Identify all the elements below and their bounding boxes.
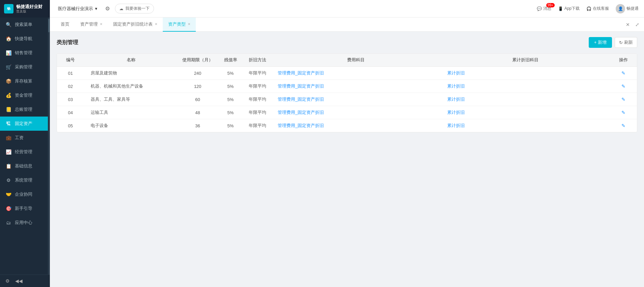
cell-residual: 5% xyxy=(217,106,244,119)
sidebar-item-fixed[interactable]: 🏗 固定资产 xyxy=(0,117,48,131)
topbar-left: 医疗器械行业演示 ▾ ⚙ ☁ 我要体验一下 xyxy=(55,4,533,13)
table-row: 05 电子设备 36 5% 年限平均 管理费用_固定资产折旧 累计折旧 ✎ xyxy=(57,119,637,132)
sidebar-scroll: 🔍 搜索菜单 🏠 快捷导航 📊 销售管理 🛒 采购管理 📦 库存核算 💰 资金管… xyxy=(0,18,48,275)
sidebar-item-search[interactable]: 🔍 搜索菜单 xyxy=(0,18,48,32)
sidebar-item-apps[interactable]: 🗂 应用中心 xyxy=(0,216,48,230)
cell-action[interactable]: ✎ xyxy=(610,93,637,106)
sidebar-label-purchase: 采购管理 xyxy=(15,64,32,70)
nav-icon-guide: 🎯 xyxy=(5,205,11,212)
tab-资产类型[interactable]: 资产类型✕ xyxy=(163,18,196,32)
table-header-cell: 名称 xyxy=(84,54,178,67)
cell-action[interactable]: ✎ xyxy=(610,106,637,119)
nav-icon-salary: 💼 xyxy=(5,135,11,141)
data-table: 编号名称使用期限（月）残值率折旧方法费用科目累计折旧科目操作 01 房屋及建筑物… xyxy=(57,54,637,132)
tab-close-icon[interactable]: ✕ xyxy=(188,22,190,26)
edit-icon[interactable]: ✎ xyxy=(621,70,625,76)
tabbar-wrap: 首页资产管理✕固定资产折旧统计表✕资产类型✕ ✕ ⤢ xyxy=(50,18,644,32)
table-row: 03 器具、工具、家具等 60 5% 年限平均 管理费用_固定资产折旧 累计折旧… xyxy=(57,93,637,106)
tab-label: 固定资产折旧统计表 xyxy=(113,21,153,27)
edit-icon[interactable]: ✎ xyxy=(621,110,625,115)
main-content: 医疗器械行业演示 ▾ ⚙ ☁ 我要体验一下 💬 消息 99+ 📱 App下载 🎧… xyxy=(50,0,644,287)
sidebar-label-sales: 销售管理 xyxy=(15,50,32,56)
sidebar-label-basic: 基础信息 xyxy=(15,163,32,169)
sidebar-label-quicknav: 快捷导航 xyxy=(15,36,32,42)
sidebar-item-collab[interactable]: 🤝 企业协同 xyxy=(0,187,48,201)
tab-资产管理[interactable]: 资产管理✕ xyxy=(75,18,108,32)
topbar-right: 💬 消息 99+ 📱 App下载 🎧 在线客服 👤 畅捷通 xyxy=(537,4,639,13)
user-profile[interactable]: 👤 畅捷通 xyxy=(616,4,639,13)
cell-period: 120 xyxy=(178,80,217,93)
sidebar-item-system[interactable]: ⚙ 系统管理 xyxy=(0,173,48,187)
cell-accumulated: 累计折旧 xyxy=(440,119,610,132)
window-controls: ✕ ⤢ xyxy=(621,18,644,32)
cell-expense: 管理费用_固定资产折旧 xyxy=(271,80,440,93)
cloud-icon: ☁ xyxy=(119,6,123,11)
sidebar-label-guide: 新手引导 xyxy=(15,205,32,212)
cell-name: 运输工具 xyxy=(84,106,178,119)
sidebar-item-salary[interactable]: 💼 工资 xyxy=(0,131,48,145)
company-name: 医疗器械行业演示 xyxy=(58,6,93,12)
sidebar-item-management[interactable]: 📈 经营管理 xyxy=(0,145,48,159)
sidebar-item-basic[interactable]: 📋 基础信息 xyxy=(0,159,48,173)
table-header-cell: 编号 xyxy=(57,54,84,67)
dropdown-icon: ▾ xyxy=(95,6,97,11)
nav-icon-search: 🔍 xyxy=(5,22,11,28)
refresh-icon: ↻ xyxy=(619,40,623,45)
cell-accumulated: 累计折旧 xyxy=(440,106,610,119)
cell-id: 02 xyxy=(57,80,84,93)
edit-icon[interactable]: ✎ xyxy=(621,123,625,128)
table-header-cell: 操作 xyxy=(610,54,637,67)
cell-name: 房屋及建筑物 xyxy=(84,67,178,80)
settings-icon[interactable]: ⚙ xyxy=(5,278,10,284)
collapse-icon[interactable]: ◀◀ xyxy=(15,278,23,284)
page-title: 类别管理 xyxy=(57,39,78,46)
experience-button[interactable]: ☁ 我要体验一下 xyxy=(115,4,154,13)
cell-action[interactable]: ✎ xyxy=(610,119,637,132)
app-download-label: App下载 xyxy=(564,6,580,11)
table-header-cell: 使用期限（月） xyxy=(178,54,217,67)
sidebar-item-inventory[interactable]: 📦 库存核算 xyxy=(0,74,48,88)
tab-首页[interactable]: 首页 xyxy=(55,18,75,32)
nav-icon-collab: 🤝 xyxy=(5,191,11,197)
tab-close-icon[interactable]: ✕ xyxy=(100,22,102,26)
sidebar-footer: ⚙ ◀◀ xyxy=(0,275,50,287)
cell-period: 48 xyxy=(178,106,217,119)
sidebar-item-quicknav[interactable]: 🏠 快捷导航 xyxy=(0,32,48,46)
sidebar-item-sales[interactable]: 📊 销售管理 xyxy=(0,46,48,60)
cell-method: 年限平均 xyxy=(244,119,271,132)
tab-close-icon[interactable]: ✕ xyxy=(155,22,157,26)
online-service-button[interactable]: 🎧 在线客服 xyxy=(586,6,609,11)
tab-固定资产折旧统计表[interactable]: 固定资产折旧统计表✕ xyxy=(108,18,163,32)
nav-icon-inventory: 📦 xyxy=(5,78,11,84)
refresh-button[interactable]: ↻ 刷新 xyxy=(615,37,637,48)
table-row: 01 房屋及建筑物 240 5% 年限平均 管理费用_固定资产折旧 累计折旧 ✎ xyxy=(57,67,637,80)
company-selector[interactable]: 医疗器械行业演示 ▾ xyxy=(55,4,100,13)
nav-icon-quicknav: 🏠 xyxy=(5,36,11,42)
sidebar-item-fund[interactable]: 💰 资金管理 xyxy=(0,88,48,102)
app-download-button[interactable]: 📱 App下载 xyxy=(558,6,580,11)
cell-method: 年限平均 xyxy=(244,93,271,106)
scrollbar-thumb[interactable] xyxy=(48,19,50,32)
close-window-icon[interactable]: ✕ xyxy=(624,21,632,29)
sidebar-label-management: 经营管理 xyxy=(15,149,32,155)
refresh-label: 刷新 xyxy=(624,39,633,45)
edit-icon[interactable]: ✎ xyxy=(621,84,625,89)
cell-method: 年限平均 xyxy=(244,106,271,119)
sidebar-item-purchase[interactable]: 🛒 采购管理 xyxy=(0,60,48,74)
data-table-wrap: 编号名称使用期限（月）残值率折旧方法费用科目累计折旧科目操作 01 房屋及建筑物… xyxy=(57,53,637,132)
sidebar-label-inventory: 库存核算 xyxy=(15,78,32,84)
sidebar-label-salary: 工资 xyxy=(15,135,24,141)
cell-action[interactable]: ✎ xyxy=(610,67,637,80)
cell-action[interactable]: ✎ xyxy=(610,80,637,93)
sidebar-header: 畅 畅捷通好业财 普及版 xyxy=(0,0,50,18)
user-name: 畅捷通 xyxy=(626,6,639,11)
edit-icon[interactable]: ✎ xyxy=(621,97,625,102)
expand-window-icon[interactable]: ⤢ xyxy=(633,21,641,29)
messages-button[interactable]: 💬 消息 99+ xyxy=(537,6,551,11)
sidebar-item-guide[interactable]: 🎯 新手引导 xyxy=(0,201,48,216)
new-button[interactable]: + 新增 xyxy=(589,37,612,48)
tab-label: 资产类型 xyxy=(168,21,186,27)
topbar-settings-icon[interactable]: ⚙ xyxy=(103,4,112,13)
tabbar: 首页资产管理✕固定资产折旧统计表✕资产类型✕ xyxy=(50,18,644,32)
sidebar-item-ledger[interactable]: 📒 总账管理 xyxy=(0,102,48,117)
